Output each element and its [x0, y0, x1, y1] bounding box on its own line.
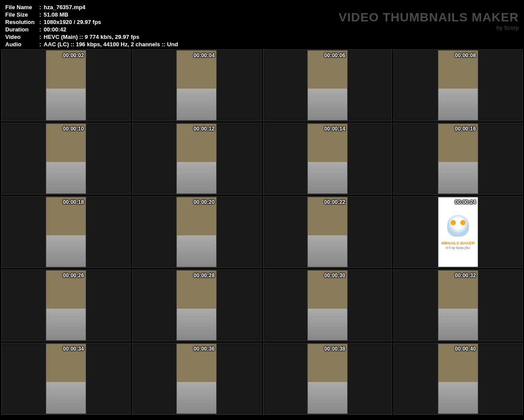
metadata-row-filename: File Name : hza_76357.mp4 — [5, 3, 178, 11]
thumbnail: 00:00:36 — [176, 344, 217, 414]
thumbnail-cell: 00:00:32 — [393, 269, 523, 341]
thumbnail-image — [438, 271, 478, 340]
thumbnail-image — [438, 51, 478, 120]
filename-value: hza_76357.mp4 — [44, 3, 85, 11]
thumbnail-image — [46, 197, 86, 267]
thumbnail-cell: 00:00:26 — [1, 269, 131, 341]
thumbnail: 00:00:08 — [438, 50, 478, 120]
filename-label: File Name — [5, 3, 39, 11]
thumbnail: 00:00:32 — [438, 270, 478, 341]
thumbnail: 00:00:22 — [307, 197, 348, 267]
thumbnail-grid: 00:00:02 00:00:04 00:00:06 00:00:08 00:0… — [0, 48, 524, 416]
branding: VIDEO THUMBNAILS MAKER by Scorp — [339, 3, 519, 45]
logo-text-1: MBNAILS MAKER — [441, 241, 475, 245]
video-value: HEVC (Main) :: 9 774 kb/s, 29.97 fps — [44, 33, 139, 41]
thumbnail: 00:00:26 — [46, 270, 86, 341]
thumbnail-image — [46, 51, 86, 120]
branding-subtitle: by Scorp — [339, 24, 519, 31]
thumbnail-cell: 00:00:20 — [132, 196, 261, 268]
filesize-value: 51.08 MB — [44, 11, 68, 18]
timestamp: 00:00:26 — [63, 272, 84, 279]
timestamp: 00:00:06 — [324, 52, 345, 59]
timestamp: 00:00:04 — [193, 52, 214, 59]
metadata-row-duration: Duration : 00:00:42 — [5, 26, 178, 33]
colon: : — [39, 11, 44, 18]
timestamp: 00:00:22 — [324, 199, 345, 205]
metadata-row-resolution: Resolution : 1080x1920 / 29.97 fps — [5, 18, 178, 26]
timestamp: 00:00:32 — [455, 272, 476, 279]
colon: : — [39, 26, 44, 33]
thumbnail: 00:00:18 — [46, 197, 86, 267]
timestamp: 00:00:30 — [324, 272, 345, 279]
thumbnail-cell: 00:00:40 — [393, 343, 523, 415]
thumbnail: 00:00:24MBNAILS MAKERit © by Scorp (SU — [438, 197, 478, 267]
thumbnail: 00:00:04 — [176, 50, 217, 120]
timestamp: 00:00:08 — [455, 52, 476, 59]
thumbnail-image — [308, 271, 347, 340]
thumbnail-cell: 00:00:30 — [263, 269, 392, 341]
thumbnail-image — [46, 124, 86, 193]
thumbnail-cell: 00:00:14 — [263, 123, 392, 195]
thumbnail: 00:00:40 — [438, 344, 478, 414]
owl-icon — [447, 215, 469, 237]
timestamp: 00:00:40 — [455, 346, 476, 352]
video-label: Video — [5, 33, 39, 41]
thumbnail-cell: 00:00:28 — [132, 269, 261, 341]
timestamp: 00:00:28 — [193, 272, 214, 279]
thumbnail-cell: 00:00:24MBNAILS MAKERit © by Scorp (SU — [393, 196, 523, 268]
thumbnail-cell: 00:00:34 — [1, 343, 131, 415]
thumbnail: 00:00:38 — [307, 344, 348, 414]
colon: : — [39, 18, 44, 26]
logo-text-2: it © by Scorp (SU — [446, 246, 470, 249]
duration-value: 00:00:42 — [44, 26, 66, 33]
thumbnail-image — [308, 51, 347, 120]
thumbnail: 00:00:02 — [46, 50, 86, 120]
timestamp: 00:00:36 — [193, 346, 214, 352]
thumbnail-image — [177, 124, 216, 193]
metadata-row-filesize: File Size : 51.08 MB — [5, 11, 178, 18]
thumbnail-image — [308, 197, 347, 267]
thumbnail-cell: 00:00:06 — [263, 49, 392, 121]
thumbnail: 00:00:28 — [176, 270, 217, 341]
thumbnail-image — [177, 271, 216, 340]
thumbnail-image — [177, 197, 216, 267]
thumbnail-cell: 00:00:12 — [132, 123, 261, 195]
thumbnail-cell: 00:00:08 — [393, 49, 523, 121]
metadata-block: File Name : hza_76357.mp4 File Size : 51… — [5, 3, 178, 45]
thumbnail: 00:00:16 — [438, 124, 478, 194]
timestamp: 00:00:20 — [193, 199, 214, 205]
colon: : — [39, 33, 44, 41]
thumbnail: 00:00:34 — [46, 344, 86, 414]
timestamp: 00:00:38 — [324, 346, 345, 352]
thumbnail-cell: 00:00:22 — [263, 196, 392, 268]
thumbnail-cell: 00:00:18 — [1, 196, 131, 268]
timestamp: 00:00:14 — [324, 126, 345, 132]
colon: : — [39, 41, 44, 48]
logo-frame: MBNAILS MAKERit © by Scorp (SU — [438, 197, 478, 267]
resolution-value: 1080x1920 / 29.97 fps — [44, 18, 101, 26]
timestamp: 00:00:18 — [63, 199, 84, 205]
duration-label: Duration — [5, 26, 39, 33]
resolution-label: Resolution — [5, 18, 39, 26]
thumbnail: 00:00:14 — [307, 124, 348, 194]
thumbnail-image — [177, 51, 216, 120]
header: File Name : hza_76357.mp4 File Size : 51… — [0, 0, 524, 48]
thumbnail-cell: 00:00:16 — [393, 123, 523, 195]
thumbnail-image — [438, 344, 478, 413]
thumbnail-image — [308, 344, 347, 413]
branding-title: VIDEO THUMBNAILS MAKER — [339, 10, 519, 24]
thumbnail: 00:00:12 — [176, 124, 217, 194]
thumbnail-cell: 00:00:36 — [132, 343, 261, 415]
timestamp: 00:00:10 — [63, 126, 84, 132]
thumbnail-cell: 00:00:02 — [1, 49, 131, 121]
timestamp: 00:00:34 — [63, 346, 84, 352]
timestamp: 00:00:24 — [455, 199, 476, 205]
filesize-label: File Size — [5, 11, 39, 18]
thumbnail: 00:00:10 — [46, 124, 86, 194]
thumbnail: 00:00:06 — [307, 50, 348, 120]
metadata-row-audio: Audio : AAC (LC) :: 196 kbps, 44100 Hz, … — [5, 41, 178, 48]
metadata-row-video: Video : HEVC (Main) :: 9 774 kb/s, 29.97… — [5, 33, 178, 41]
thumbnail-cell: 00:00:38 — [263, 343, 392, 415]
thumbnail: 00:00:20 — [176, 197, 217, 267]
thumbnail-image — [46, 344, 86, 413]
